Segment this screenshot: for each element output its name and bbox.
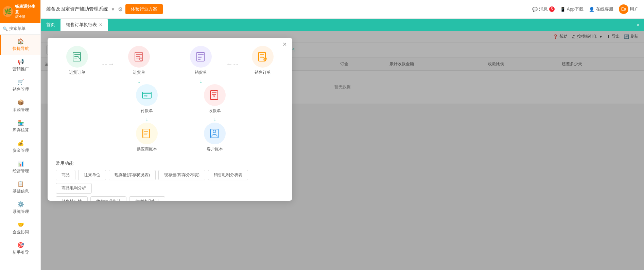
btn-inventory-status[interactable]: 现存量(库存状况表) bbox=[109, 170, 156, 180]
sidebar-search[interactable]: 🔍 搜索菜单 bbox=[0, 23, 40, 35]
experience-btn[interactable]: 体验行业方案 bbox=[125, 4, 163, 14]
system-icon: ⚙️ bbox=[17, 201, 24, 208]
common-buttons-row1: 商品 往来单位 现存量(库存状况表) 现存量(库存分布表) 销售毛利分析表 商品… bbox=[56, 170, 284, 194]
common-functions-title: 常用功能 bbox=[56, 160, 284, 166]
sidebar: 🌿 畅康通好生意 标准版 🔍 搜索菜单 🏠 快捷导航 📢 营销推广 🛒 销售管理… bbox=[0, 0, 41, 270]
supplier-ledger-circle bbox=[136, 123, 158, 144]
settings-icon[interactable]: ⚙ bbox=[118, 6, 123, 13]
flow-section: 进货订单 - - → bbox=[48, 38, 292, 160]
svg-rect-32 bbox=[142, 130, 143, 137]
operations-icon: 📊 bbox=[17, 160, 24, 167]
online-service-item[interactable]: 👤 在线客服 bbox=[589, 6, 613, 12]
flow-node-sales-bill[interactable]: 销货单 bbox=[182, 46, 219, 75]
app-logo: 🌿 畅康通好生意 标准版 bbox=[0, 0, 40, 23]
purchase-icon: 📦 bbox=[17, 99, 24, 106]
flow-node-purchase-order[interactable]: 进货订单 bbox=[58, 46, 95, 75]
down-arrow-payment: ↓ bbox=[126, 116, 167, 123]
arrow-1: - - → bbox=[95, 53, 120, 68]
tabbar: 首页 销售订单执行表 ✕ ✕ bbox=[41, 19, 644, 31]
sales-bill-circle bbox=[190, 46, 212, 68]
close-all-btn[interactable]: ✕ bbox=[632, 22, 644, 28]
btn-receipt-stats[interactable]: 收款情况统计 bbox=[90, 196, 126, 201]
flow-node-payment[interactable]: ¥ 付款单 bbox=[126, 84, 167, 114]
receipt-circle: ¥ bbox=[204, 84, 226, 106]
svg-rect-31 bbox=[143, 129, 150, 138]
basic-info-icon: 📋 bbox=[17, 181, 24, 187]
sidebar-item-basic-info[interactable]: 📋 基础信息 bbox=[0, 177, 40, 198]
flow-row-2: ¥ 付款单 ¥ 收款单 bbox=[58, 84, 281, 114]
payment-label: 付款单 bbox=[141, 108, 153, 114]
purchase-order-label: 进货订单 bbox=[69, 70, 85, 75]
btn-sales-rank[interactable]: 销售排行榜 bbox=[56, 196, 88, 201]
purchase-bill-label: 进货单 bbox=[133, 70, 145, 75]
btn-product[interactable]: 商品 bbox=[56, 170, 75, 180]
sales-order-icon bbox=[257, 51, 268, 62]
btn-product-profit[interactable]: 商品毛利分析 bbox=[56, 183, 92, 194]
flow-row-3: 供应商账本 客户账本 bbox=[58, 123, 281, 152]
avatar: Ea bbox=[619, 4, 628, 14]
header-left: 装备及固定资产辅助管理系统 ▼ ⚙ 体验行业方案 bbox=[46, 4, 163, 14]
search-icon: 🔍 bbox=[3, 26, 8, 31]
customer-ledger-icon bbox=[209, 128, 220, 139]
message-badge: 5 bbox=[549, 6, 555, 12]
supplier-ledger-label: 供应商账本 bbox=[137, 146, 157, 152]
purchase-bill-icon bbox=[134, 51, 144, 62]
modal-close-btn[interactable]: ✕ bbox=[277, 38, 292, 51]
arrow-row-v: ↓ ↓ bbox=[58, 78, 281, 84]
dropdown-icon[interactable]: ▼ bbox=[111, 7, 115, 12]
sidebar-item-operations[interactable]: 📊 经营管理 bbox=[0, 157, 40, 177]
flow-row-1: 进货订单 - - → bbox=[58, 46, 281, 75]
purchase-order-icon bbox=[72, 51, 83, 62]
payment-icon: ¥ bbox=[141, 90, 152, 101]
flow-modal: ✕ 进货订单 bbox=[48, 38, 292, 201]
sidebar-item-finance[interactable]: 💰 资金管理 bbox=[0, 137, 40, 157]
sidebar-item-purchase[interactable]: 📦 采购管理 bbox=[0, 96, 40, 116]
right-arrow-dashed: - - → bbox=[102, 60, 114, 68]
flow-node-purchase-bill[interactable]: 进货单 bbox=[120, 46, 157, 75]
app-download-item[interactable]: 📱 App下载 bbox=[560, 6, 584, 12]
sidebar-item-inventory[interactable]: 🏪 库存核算 bbox=[0, 116, 40, 137]
left-arrow-dashed: ← - - bbox=[226, 60, 238, 68]
marketing-icon: 📢 bbox=[17, 58, 24, 65]
system-title: 装备及固定资产辅助管理系统 bbox=[46, 6, 108, 12]
logo-icon: 🌿 bbox=[3, 6, 13, 17]
message-item[interactable]: 💬 消息 5 bbox=[532, 6, 555, 12]
guide-icon: 🎯 bbox=[17, 242, 24, 248]
user-item[interactable]: Ea 用户 bbox=[619, 4, 639, 14]
arrow-2: ← - - bbox=[220, 53, 244, 68]
svg-text:¥: ¥ bbox=[146, 94, 148, 97]
header-right: 💬 消息 5 📱 App下载 👤 在线客服 Ea 用户 bbox=[532, 4, 639, 14]
cooperation-icon: 🤝 bbox=[17, 221, 24, 228]
modal-overlay: ✕ 进货订单 bbox=[41, 31, 644, 270]
sidebar-item-system[interactable]: ⚙️ 系统管理 bbox=[0, 198, 40, 218]
svg-point-37 bbox=[213, 130, 216, 133]
phone-icon: 📱 bbox=[560, 7, 565, 12]
app-name: 畅康通好生意 标准版 bbox=[15, 4, 38, 19]
sidebar-item-marketing[interactable]: 📢 营销推广 bbox=[0, 55, 40, 75]
svg-rect-11 bbox=[197, 52, 204, 61]
btn-inventory-dist[interactable]: 现存量(库存分布表) bbox=[158, 170, 205, 180]
sidebar-item-cooperation[interactable]: 🤝 企业协同 bbox=[0, 218, 40, 238]
svg-text:¥: ¥ bbox=[213, 95, 215, 98]
btn-partner[interactable]: 往来单位 bbox=[78, 170, 106, 180]
common-buttons-row2: 销售排行榜 收款情况统计 付款情况统计 bbox=[56, 196, 284, 201]
service-icon: 👤 bbox=[589, 7, 594, 12]
sales-order-label: 销售订单 bbox=[255, 70, 271, 75]
flow-node-sales-order[interactable]: 销售订单 bbox=[244, 46, 281, 75]
flow-node-receipt[interactable]: ¥ 收款单 bbox=[194, 84, 235, 114]
receipt-label: 收款单 bbox=[209, 108, 221, 114]
flow-node-customer-ledger[interactable]: 客户账本 bbox=[194, 123, 235, 152]
sidebar-nav: 🏠 快捷导航 📢 营销推广 🛒 销售管理 📦 采购管理 🏪 库存核算 💰 资金管… bbox=[0, 35, 40, 270]
tab-close-icon[interactable]: ✕ bbox=[99, 22, 102, 27]
sidebar-item-sales[interactable]: 🛒 销售管理 bbox=[0, 75, 40, 96]
receipt-icon: ¥ bbox=[209, 90, 220, 101]
btn-sales-profit[interactable]: 销售毛利分析表 bbox=[208, 170, 248, 180]
sidebar-item-quick-nav[interactable]: 🏠 快捷导航 bbox=[0, 35, 40, 55]
customer-ledger-label: 客户账本 bbox=[207, 146, 223, 152]
sidebar-item-guide[interactable]: 🎯 新手引导 bbox=[0, 238, 40, 259]
customer-ledger-circle bbox=[204, 123, 226, 144]
btn-payment-stats[interactable]: 付款情况统计 bbox=[129, 196, 165, 201]
tab-sales-order[interactable]: 销售订单执行表 ✕ bbox=[60, 19, 108, 31]
flow-node-supplier-ledger[interactable]: 供应商账本 bbox=[126, 123, 167, 152]
tab-home[interactable]: 首页 bbox=[41, 19, 60, 31]
